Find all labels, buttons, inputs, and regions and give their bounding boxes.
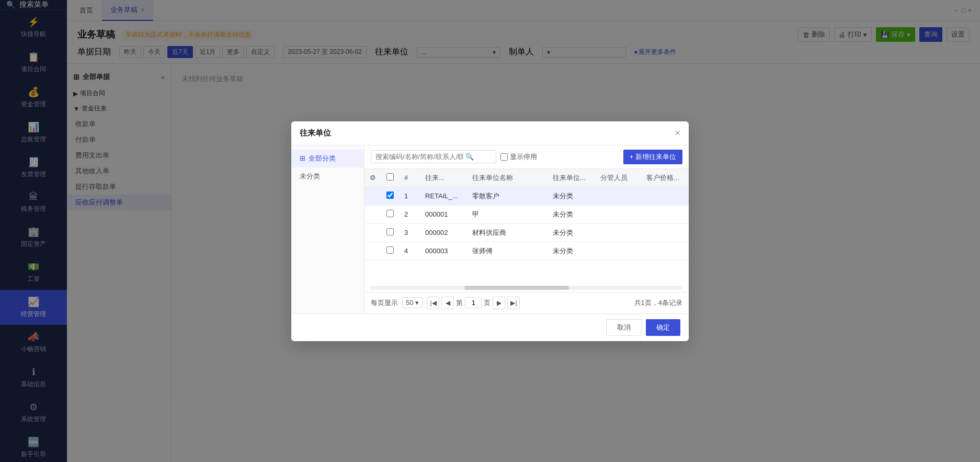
page-size-value: 50	[406, 299, 413, 307]
modal-header: 往来单位 ×	[291, 121, 689, 145]
row-code: 000003	[420, 242, 467, 260]
row-checkbox[interactable]	[386, 246, 394, 254]
row-price	[641, 187, 689, 205]
row-checkbox[interactable]	[386, 210, 394, 217]
row-category: 未分类	[548, 187, 595, 205]
table-row[interactable]: 1 RETAIL_... 零散客户 未分类	[364, 187, 689, 205]
table-row[interactable]: 2 000001 甲 未分类	[364, 205, 689, 223]
show-disabled-checkbox[interactable]	[500, 153, 508, 161]
row-checkbox[interactable]	[386, 228, 394, 235]
row-checkbox-cell	[381, 205, 399, 223]
horizontal-scrollbar[interactable]	[371, 286, 682, 290]
modal-toolbar: 🔍 显示停用 + 新增往来单位	[364, 145, 689, 169]
row-price	[641, 205, 689, 223]
row-settings-icon	[364, 187, 381, 205]
row-price	[641, 242, 689, 260]
col-header-settings: ⚙	[364, 169, 381, 187]
table-row[interactable]: 4 000003 张师傅 未分类	[364, 242, 689, 260]
page-unit-label: 页	[484, 298, 491, 308]
row-person	[595, 223, 641, 242]
col-header-num: #	[399, 169, 420, 187]
modal-sidebar: ⊞ 全部分类 未分类	[291, 145, 364, 313]
modal-sidebar-all[interactable]: ⊞ 全部分类	[291, 150, 364, 167]
grid-icon: ⊞	[300, 154, 305, 162]
row-name: 甲	[467, 205, 548, 223]
modal-sidebar-unclassified[interactable]: 未分类	[291, 167, 364, 185]
page-size-select[interactable]: 50 ▾	[402, 297, 423, 308]
show-disabled-label: 显示停用	[510, 152, 537, 162]
modal-close-icon[interactable]: ×	[675, 128, 680, 139]
row-name: 零散客户	[467, 187, 548, 205]
row-checkbox-cell	[381, 223, 399, 242]
add-party-label: + 新增往来单位	[630, 152, 676, 162]
last-page-btn[interactable]: ▶|	[507, 297, 520, 309]
row-code: RETAIL_...	[420, 187, 467, 205]
row-person	[595, 242, 641, 260]
first-page-btn[interactable]: |◀	[427, 297, 439, 309]
row-name: 张师傅	[467, 242, 548, 260]
col-header-price: 客户价格...	[641, 169, 689, 187]
row-category: 未分类	[548, 223, 595, 242]
modal-title: 往来单位	[300, 128, 331, 138]
scrollbar-thumb[interactable]	[464, 286, 569, 290]
page-size-label: 每页显示	[371, 298, 398, 308]
col-header-checkbox	[381, 169, 399, 187]
modal-pagination-bar: 每页显示 50 ▾ |◀ ◀ 第 页 ▶ ▶| 共1页，4条记录	[364, 292, 689, 313]
add-party-button[interactable]: + 新增往来单位	[623, 150, 682, 164]
row-price	[641, 223, 689, 242]
row-person	[595, 187, 641, 205]
row-num: 1	[399, 187, 420, 205]
modal-table-area: ⚙ # 往来... 往来单位名称 往来单位... 分管人员 客户价格...	[364, 169, 689, 284]
row-category: 未分类	[548, 205, 595, 223]
row-settings-icon	[364, 242, 381, 260]
party-modal: 往来单位 × ⊞ 全部分类 未分类 🔍	[291, 121, 689, 341]
modal-search-input[interactable]	[375, 153, 463, 161]
confirm-button[interactable]: 确定	[646, 319, 680, 336]
cancel-button[interactable]: 取消	[606, 319, 642, 336]
row-settings-icon	[364, 223, 381, 242]
select-all-checkbox[interactable]	[386, 173, 394, 181]
total-info: 共1页，4条记录	[634, 298, 682, 308]
prev-page-btn[interactable]: ◀	[441, 297, 454, 309]
row-code: 000002	[420, 223, 467, 242]
page-number-input[interactable]	[465, 297, 482, 308]
row-checkbox-cell	[381, 242, 399, 260]
table-header-row: ⚙ # 往来... 往来单位名称 往来单位... 分管人员 客户价格...	[364, 169, 689, 187]
row-person	[595, 205, 641, 223]
row-num: 3	[399, 223, 420, 242]
row-num: 2	[399, 205, 420, 223]
row-code: 000001	[420, 205, 467, 223]
search-icon: 🔍	[465, 153, 474, 161]
modal-sidebar-unclassified-label: 未分类	[300, 172, 320, 181]
row-checkbox[interactable]	[386, 191, 394, 199]
page-label: 第	[456, 298, 463, 308]
table-row[interactable]: 3 000002 材料供应商 未分类	[364, 223, 689, 242]
col-header-category: 往来单位...	[548, 169, 595, 187]
row-checkbox-cell	[381, 187, 399, 205]
modal-main: 🔍 显示停用 + 新增往来单位 ⚙	[364, 145, 689, 313]
pagination-controls: |◀ ◀ 第 页 ▶ ▶|	[427, 297, 520, 309]
page-size-chevron-down-icon: ▾	[415, 299, 419, 307]
modal-search-box[interactable]: 🔍	[371, 150, 496, 163]
col-header-name: 往来单位名称	[467, 169, 548, 187]
modal-sidebar-all-label: 全部分类	[309, 154, 336, 163]
show-disabled-toggle[interactable]: 显示停用	[500, 152, 537, 162]
modal-body: ⊞ 全部分类 未分类 🔍 显示停用	[291, 145, 689, 313]
col-header-code: 往来...	[420, 169, 467, 187]
row-num: 4	[399, 242, 420, 260]
next-page-btn[interactable]: ▶	[493, 297, 505, 309]
row-settings-icon	[364, 205, 381, 223]
col-header-person: 分管人员	[595, 169, 641, 187]
modal-data-table: ⚙ # 往来... 往来单位名称 往来单位... 分管人员 客户价格...	[364, 169, 689, 261]
modal-actions: 取消 确定	[291, 313, 689, 341]
modal-overlay: 往来单位 × ⊞ 全部分类 未分类 🔍	[0, 0, 980, 462]
row-category: 未分类	[548, 242, 595, 260]
row-name: 材料供应商	[467, 223, 548, 242]
